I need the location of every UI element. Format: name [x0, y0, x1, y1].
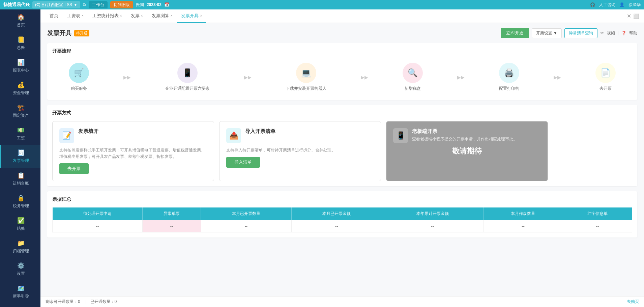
summary-section-title: 票据汇总 — [52, 196, 632, 202]
customer-service-label[interactable]: 人工咨询 — [599, 2, 615, 8]
company-selector[interactable]: (勾旧) 江西服室-LSS ▼ — [32, 1, 80, 8]
opened-label: 已开通数量：0 — [90, 299, 117, 304]
method-btn-manual[interactable]: 去开票 — [59, 163, 89, 174]
sidebar-item-payroll[interactable]: 💵 工资 — [0, 122, 40, 145]
summary-cell-6: -- — [563, 220, 632, 232]
sidebar-item-purchase[interactable]: 📋 进销台账 — [0, 168, 40, 190]
sidebar-item-tax[interactable]: 🔒 税务管理 — [0, 190, 40, 213]
sidebar-item-archive[interactable]: 📁 归档管理 — [0, 235, 40, 258]
settle-icon: ✅ — [17, 217, 25, 224]
flow-step-icon-0: 🛒 — [69, 63, 89, 83]
nav-tab-label: 发票开具 — [181, 13, 199, 19]
settings-label: 设置 — [17, 271, 25, 277]
nav-tab-close-icon[interactable]: × — [200, 14, 202, 18]
method-icon-boss: 📱 — [393, 128, 408, 143]
sidebar-item-ledger[interactable]: 📒 总账 — [0, 32, 40, 55]
nav-tab-close-icon[interactable]: × — [82, 14, 84, 18]
abnormal-query-button[interactable]: 异常清单查询 — [564, 28, 597, 38]
nav-tab-label: 发票测算 — [152, 13, 169, 19]
flow-step-icon-1: 📱 — [177, 63, 198, 83]
flow-section: 开票流程 🛒 购买服务 ▶▶ 📱 企业开通配置开票六要素 ▶▶ 💻 下载并安装开… — [47, 43, 637, 100]
nav-tab-label: 工资统计报表 — [92, 13, 119, 19]
view-count-label[interactable]: 视频 — [607, 30, 615, 36]
nav-tab-close-icon[interactable]: × — [141, 14, 143, 18]
page-actions: 立即开通 开票设置 ▼ 异常清单查询 👁 视频 | ❓ 帮助 — [501, 28, 637, 38]
flow-step-icon-3: 🔍 — [403, 63, 423, 83]
flow-step-label-2: 下载并安装开票机器人 — [286, 86, 326, 91]
switch-old-button[interactable]: 切到旧版 — [110, 1, 133, 8]
buy-link[interactable]: 去购买 — [627, 299, 639, 305]
flow-step-label-0: 购买服务 — [71, 86, 87, 91]
summary-col-1: 异常单票 — [143, 207, 201, 220]
reports-icon: 📊 — [17, 59, 25, 66]
sidebar-item-invoice[interactable]: 🧾 发票管理 — [0, 145, 40, 168]
purchase-icon: 📋 — [17, 172, 25, 179]
sidebar-item-guide[interactable]: 🗺️ 新手引导 — [0, 281, 40, 303]
flow-step-label-4: 配置打印机 — [499, 86, 519, 91]
help-label[interactable]: 帮助 — [629, 30, 637, 36]
nav-tab-label: 发票 — [131, 13, 140, 19]
nav-tab-发票[interactable]: 发票× — [127, 9, 147, 23]
nav-tab-发票开具[interactable]: 发票开具× — [177, 9, 206, 23]
nav-tab-首页[interactable]: 首页 — [46, 9, 62, 23]
billing-section: 开票方式 📝 发票填开 支持按照发票样式手工填开发票；可开具增值税电子普通发票、… — [47, 105, 637, 186]
settings-icon: ⚙️ — [17, 262, 25, 270]
method-card-import: 📤 导入开票清单 支持导入待开票清单，可对待开票清单进行拆分、合并处理。 导入清… — [219, 121, 381, 181]
window-actions: ✕ ⬜ — [627, 13, 639, 19]
sidebar-item-settle[interactable]: ✅ 结账 — [0, 213, 40, 235]
funds-label: 资金管理 — [13, 90, 29, 96]
nav-tab-close-icon[interactable]: × — [120, 14, 122, 18]
settings-dropdown-icon: ▼ — [553, 31, 557, 35]
copy-icon[interactable]: ⧉ — [83, 2, 86, 7]
archive-label: 归档管理 — [13, 248, 29, 254]
summary-section: 票据汇总 待处理开票申请异常单票本月已开票数量本月已开票金额本年累计开票金额本月… — [47, 191, 637, 238]
method-btn-import[interactable]: 导入清单 — [226, 157, 260, 168]
sidebar-item-assets[interactable]: 🏗️ 固定资产 — [0, 100, 40, 122]
user-name[interactable]: 徐泽华 — [628, 2, 641, 8]
nav-tab-label: 工资表 — [67, 13, 80, 19]
purchase-label: 进销台账 — [13, 180, 29, 186]
sidebar-item-reports[interactable]: 📊 报表中心 — [0, 55, 40, 77]
flow-step-label-5: 去开票 — [599, 86, 612, 91]
sidebar-item-home[interactable]: 🏠 首页 — [0, 9, 40, 32]
payroll-label: 工资 — [17, 135, 25, 141]
page-title-area: 发票开具 待开通 — [47, 29, 89, 37]
method-desc-import: 支持导入待开票清单，可对待开票清单进行拆分、合并处理。 — [226, 147, 374, 154]
summary-col-4: 本年累计开票金额 — [382, 207, 483, 220]
sidebar-item-funds[interactable]: 💰 资金管理 — [0, 77, 40, 100]
guide-label: 新手引导 — [13, 294, 29, 299]
method-icon-manual: 📝 — [59, 128, 74, 143]
open-settings-label: 开票设置 — [536, 30, 552, 36]
company-name: (勾旧) 江西服室-LSS — [35, 2, 72, 8]
close-window-icon[interactable]: ✕ — [627, 13, 631, 19]
flow-arrow-0: ▶▶ — [123, 75, 131, 80]
summary-col-2: 本月已开票数量 — [201, 207, 292, 220]
sidebar: 🏠 首页 📒 总账 📊 报表中心 💰 资金管理 🏗️ 固定资产 💵 工资 🧾 发… — [0, 9, 40, 307]
app-logo: 畅捷通易代账 — [3, 2, 30, 8]
calendar-icon[interactable]: 📅 — [164, 2, 169, 7]
flow-arrow-2: ▶▶ — [361, 75, 368, 80]
billing-methods: 📝 发票填开 支持按照发票样式手工填开发票；可开具增值税电子普通发票、增值税普通… — [52, 121, 632, 181]
workspace-button[interactable]: 工作台 — [89, 1, 108, 8]
sidebar-item-member[interactable]: 👑 畅会员 — [0, 303, 40, 307]
nav-tab-工资统计报表[interactable]: 工资统计报表× — [88, 9, 126, 23]
period-value: 2023-02 — [147, 2, 162, 7]
help-icon: ❓ — [621, 31, 626, 35]
separator: | — [85, 299, 86, 304]
nav-tab-发票测算[interactable]: 发票测算× — [148, 9, 177, 23]
sidebar-item-settings[interactable]: ⚙️ 设置 — [0, 258, 40, 281]
page-content: 发票开具 待开通 立即开通 开票设置 ▼ 异常清单查询 👁 视频 | ❓ 帮助 — [40, 23, 644, 296]
method-desc-boss: 查看老板端小程序提交的开票申请，并作出相应处理审批。 — [412, 136, 517, 142]
nav-tab-工资表[interactable]: 工资表× — [63, 9, 88, 23]
main-layout: 🏠 首页 📒 总账 📊 报表中心 💰 资金管理 🏗️ 固定资产 💵 工资 🧾 发… — [0, 9, 644, 307]
open-settings-button[interactable]: 开票设置 ▼ — [532, 28, 562, 38]
page-title: 发票开具 — [47, 29, 71, 37]
open-now-button[interactable]: 立即开通 — [501, 28, 529, 38]
nav-tab-close-icon[interactable]: × — [171, 14, 173, 18]
ledger-icon: 📒 — [17, 36, 25, 44]
restore-window-icon[interactable]: ⬜ — [633, 13, 639, 19]
method-title-import: 导入开票清单 — [245, 128, 275, 135]
nav-tabs: 首页工资表×工资统计报表×发票×发票测算×发票开具× ✕ ⬜ — [40, 9, 644, 23]
flow-step-0: 🛒 购买服务 — [69, 63, 89, 91]
invoice-icon: 🧾 — [17, 149, 25, 157]
